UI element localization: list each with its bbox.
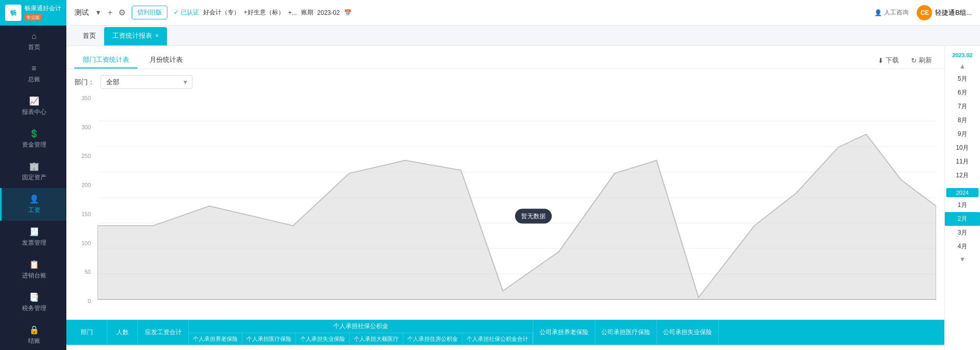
th-pension: 个人承担养老保险 xyxy=(189,333,242,345)
download-label: 下载 xyxy=(886,56,899,65)
tab-close-icon[interactable]: × xyxy=(155,32,159,39)
logo-text: 畅康通好会计 专业版 xyxy=(24,5,61,21)
y-label-150: 150 xyxy=(75,211,91,217)
rp-month-11[interactable]: 11月 xyxy=(945,155,980,169)
sub-tabs: 部门工资统计表 月份统计表 ⬇ 下载 ↻ 刷新 xyxy=(66,46,944,69)
rp-month-1[interactable]: 1月 xyxy=(945,198,980,212)
sidebar-item-invoice[interactable]: 🧾 发票管理 xyxy=(0,221,66,253)
rp-month-7[interactable]: 7月 xyxy=(945,100,980,113)
th-total-social: 个人承担社保公积金合计 xyxy=(462,333,533,345)
refresh-button[interactable]: ↻ 刷新 xyxy=(907,52,936,68)
th-total-social-label: 个人承担社保公积金合计 xyxy=(467,336,528,342)
user-avatar: CE xyxy=(917,5,932,20)
sidebar-label-assets: 固定资产 xyxy=(22,173,46,182)
y-label-0: 0 xyxy=(75,298,91,304)
help-label: 人工咨询 xyxy=(884,8,909,17)
refresh-label: 刷新 xyxy=(919,56,932,65)
th-total-salary-label: 应发工资合计 xyxy=(145,328,182,337)
sidebar-item-home[interactable]: ⌂ 首页 xyxy=(0,26,66,58)
rp-month-5[interactable]: 5月 xyxy=(945,72,980,86)
calendar-icon[interactable]: 📅 xyxy=(344,9,352,16)
th-company-medical-label: 公司承担医疗保险 xyxy=(601,328,650,337)
th-dept: 部门 xyxy=(66,320,107,345)
tabs-bar: 首页 工资统计报表 × xyxy=(66,26,980,46)
sub-tab-monthly-label: 月份统计表 xyxy=(150,56,183,63)
chart-area: 0 50 100 150 200 250 300 350 xyxy=(66,95,944,319)
sidebar-item-payroll[interactable]: 👤 工资 xyxy=(0,188,66,221)
chart-main: 暂无数据 xyxy=(97,95,936,304)
sidebar-item-funds[interactable]: 💲 资金管理 xyxy=(0,123,66,155)
sidebar-label-payroll: 工资 xyxy=(28,206,40,215)
year-up-button[interactable]: ▲ xyxy=(945,60,980,72)
logo-badge: 专业版 xyxy=(24,14,41,20)
dept-select[interactable]: 全部 部门一 部门二 xyxy=(101,75,192,89)
switch-version-button[interactable]: 切到旧版 xyxy=(132,6,167,19)
funds-icon: 💲 xyxy=(29,129,39,138)
tab-active-label: 工资统计报表 xyxy=(112,31,152,40)
rp-month-12[interactable]: 12月 xyxy=(945,169,980,182)
th-company-pension-label: 公司承担养老保险 xyxy=(540,328,589,337)
settings-gear-icon[interactable]: ⚙ xyxy=(118,8,126,17)
logo-icon: 畅 xyxy=(5,5,21,21)
rp-month-2[interactable]: 2月 xyxy=(945,212,980,226)
more-label: +... xyxy=(288,9,297,16)
rp-active-year: 2023.02 xyxy=(945,50,980,60)
sidebar-item-close[interactable]: 🔒 结账 xyxy=(0,319,66,350)
bottom-table: 部门 人数 应发工资合计 个人承担社保公积金 个人承担养老保险 xyxy=(66,319,944,350)
user-menu[interactable]: CE 轻捷通B组... xyxy=(917,5,972,20)
panel-divider xyxy=(948,184,976,185)
th-medical: 个人承担医疗保险 xyxy=(242,333,296,345)
sub-tab-monthly[interactable]: 月份统计表 xyxy=(141,52,191,68)
main-content: 部门工资统计表 月份统计表 ⬇ 下载 ↻ 刷新 部门： xyxy=(66,46,944,350)
sidebar-label-ledger: 总账 xyxy=(28,75,40,84)
company-name: 测试 xyxy=(75,8,89,17)
good-business-label: +好生意（标） xyxy=(244,8,284,17)
download-icon: ⬇ xyxy=(878,57,884,64)
sidebar-item-tax[interactable]: 📑 税务管理 xyxy=(0,286,66,319)
logo-title: 畅康通好会计 xyxy=(24,5,61,13)
content-area: 部门工资统计表 月份统计表 ⬇ 下载 ↻ 刷新 部门： xyxy=(66,46,980,350)
th-unemployment-label: 个人承担失业保险 xyxy=(300,336,345,342)
sidebar-item-sales[interactable]: 📋 进销台账 xyxy=(0,253,66,286)
username-label: 轻捷通B组... xyxy=(935,8,972,17)
y-label-100: 100 xyxy=(75,240,91,246)
period-value: 2023-02 xyxy=(317,9,340,16)
sidebar-label-invoice: 发票管理 xyxy=(22,239,46,247)
rp-month-6[interactable]: 6月 xyxy=(945,86,980,100)
chart-tooltip: 暂无数据 xyxy=(515,209,552,224)
th-count: 人数 xyxy=(107,320,138,345)
sidebar-label-tax: 税务管理 xyxy=(22,304,46,313)
th-group-cols: 个人承担养老保险 个人承担医疗保险 个人承担失业保险 个人承担大额医疗 xyxy=(189,333,533,345)
tab-payroll-stats[interactable]: 工资统计报表 × xyxy=(104,27,167,45)
rp-month-3[interactable]: 3月 xyxy=(945,226,980,240)
home-icon: ⌂ xyxy=(32,32,37,41)
sidebar-item-reports[interactable]: 📈 报表中心 xyxy=(0,90,66,123)
th-count-label: 人数 xyxy=(116,328,129,337)
refresh-icon: ↻ xyxy=(911,57,917,64)
sales-icon: 📋 xyxy=(29,260,39,269)
rp-year-2024: 2024 xyxy=(946,188,978,197)
rp-month-4[interactable]: 4月 xyxy=(945,240,980,253)
sidebar-item-assets[interactable]: 🏢 固定资产 xyxy=(0,155,66,188)
sidebar-label-sales: 进销台账 xyxy=(22,271,46,280)
close-acct-icon: 🔒 xyxy=(29,325,39,335)
tab-home[interactable]: 首页 xyxy=(75,27,104,45)
add-icon[interactable]: + xyxy=(108,8,112,17)
sub-tab-dept-label: 部门工资统计表 xyxy=(83,56,129,63)
th-total-salary: 应发工资合计 xyxy=(138,320,189,345)
assets-icon: 🏢 xyxy=(29,161,39,171)
topbar-status: ✓ 已认证 好会计（专） +好生意（标） +... 账期 2023-02 📅 xyxy=(174,8,351,17)
table-header: 部门 人数 应发工资合计 个人承担社保公积金 个人承担养老保险 xyxy=(66,320,944,345)
th-housing-fund: 个人承担住房公积金 xyxy=(403,333,462,345)
rp-month-9[interactable]: 9月 xyxy=(945,127,980,141)
sub-tab-dept[interactable]: 部门工资统计表 xyxy=(75,52,137,68)
th-housing-fund-label: 个人承担住房公积金 xyxy=(407,336,458,342)
y-label-300: 300 xyxy=(75,124,91,130)
rp-month-10[interactable]: 10月 xyxy=(945,141,980,155)
rp-month-8[interactable]: 8月 xyxy=(945,113,980,127)
th-medical-label: 个人承担医疗保险 xyxy=(247,336,291,342)
sidebar-item-ledger[interactable]: ≡ 总账 xyxy=(0,58,66,90)
year-down-button[interactable]: ▼ xyxy=(945,253,980,265)
help-button[interactable]: 👤 人工咨询 xyxy=(874,8,909,17)
download-button[interactable]: ⬇ 下载 xyxy=(874,52,903,68)
